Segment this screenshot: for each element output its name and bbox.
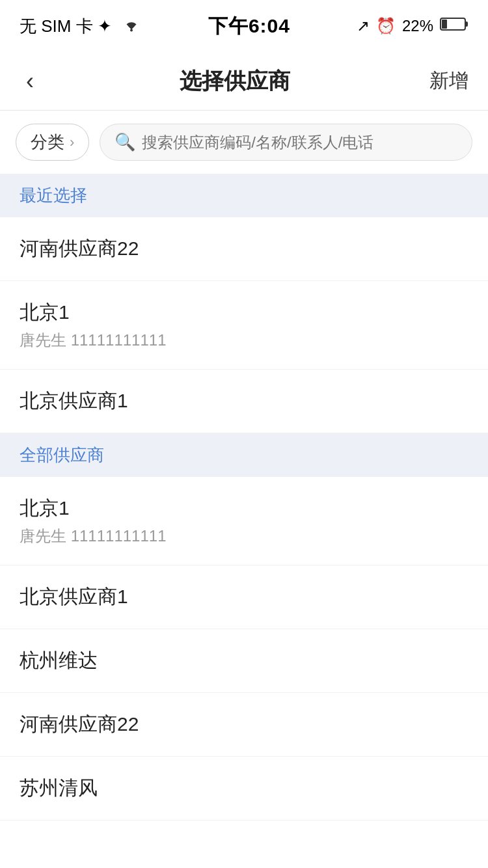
all-section-header: 全部供应商 (0, 433, 488, 477)
item-name: 北京1 (20, 495, 468, 522)
wifi-icon (121, 16, 142, 36)
item-name: 河南供应商22 (20, 236, 468, 262)
list-item[interactable]: 北京1 唐先生 11111111111 (0, 281, 488, 370)
list-item[interactable]: 河南供应商22 (0, 693, 488, 757)
battery-label: 22% (402, 17, 433, 35)
add-button[interactable]: 新增 (429, 68, 468, 94)
all-section-label: 全部供应商 (20, 445, 104, 465)
svg-point-0 (130, 29, 133, 31)
back-button[interactable]: ‹ (20, 61, 40, 102)
item-sub: 唐先生 11111111111 (20, 330, 468, 351)
location-icon: ↗ (357, 17, 370, 35)
status-bar: 无 SIM 卡 ✦ 下午6:04 ↗ ⏰ 22% (0, 0, 488, 52)
item-name: 河南供应商22 (20, 711, 468, 738)
alarm-icon: ⏰ (376, 17, 396, 35)
svg-rect-3 (465, 21, 468, 27)
status-right: ↗ ⏰ 22% (357, 17, 468, 35)
recent-list: 河南供应商22 北京1 唐先生 11111111111 北京供应商1 (0, 217, 488, 433)
search-box: 🔍 (100, 124, 472, 161)
all-list: 北京1 唐先生 11111111111 北京供应商1 杭州维达 河南供应商22 … (0, 477, 488, 821)
recent-section-header: 最近选择 (0, 174, 488, 217)
svg-rect-2 (442, 20, 447, 29)
category-button[interactable]: 分类 › (16, 124, 89, 161)
list-item[interactable]: 河南供应商22 (0, 217, 488, 281)
search-input[interactable] (142, 133, 457, 152)
status-time: 下午6:04 (208, 13, 290, 40)
no-sim-label: 无 SIM 卡 ✦ (20, 15, 112, 38)
filter-row: 分类 › 🔍 (0, 111, 488, 174)
recent-section-label: 最近选择 (20, 185, 87, 205)
category-label: 分类 (31, 131, 64, 154)
list-item[interactable]: 北京1 唐先生 11111111111 (0, 477, 488, 565)
battery-icon (440, 17, 468, 35)
page-title: 选择供应商 (180, 66, 290, 96)
item-name: 北京供应商1 (20, 584, 468, 610)
search-icon: 🔍 (115, 132, 135, 152)
list-item[interactable]: 北京供应商1 (0, 565, 488, 629)
list-item[interactable]: 苏州清风 (0, 757, 488, 821)
item-name: 北京供应商1 (20, 388, 468, 414)
item-name: 苏州清风 (20, 775, 468, 802)
item-name: 杭州维达 (20, 647, 468, 674)
chevron-right-icon: › (70, 134, 74, 151)
status-left: 无 SIM 卡 ✦ (20, 15, 142, 38)
list-item[interactable]: 北京供应商1 (0, 370, 488, 433)
item-sub: 唐先生 11111111111 (20, 526, 468, 547)
item-name: 北京1 (20, 299, 468, 326)
nav-bar: ‹ 选择供应商 新增 (0, 52, 488, 111)
list-item[interactable]: 杭州维达 (0, 629, 488, 693)
